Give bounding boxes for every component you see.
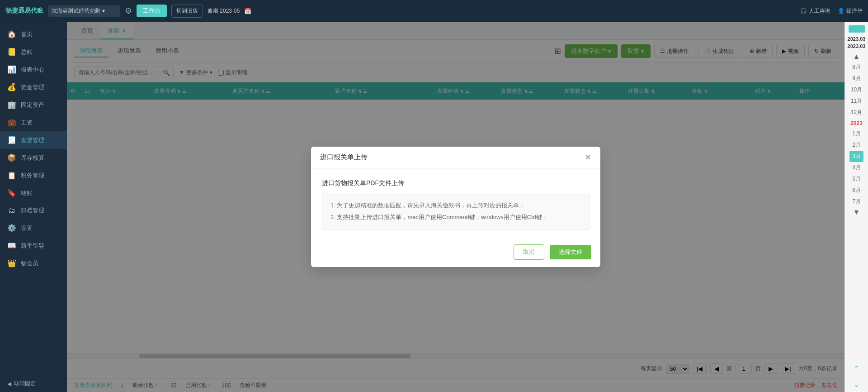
- pin-icon: ◀: [7, 381, 11, 387]
- modal-footer: 取消 选择文件: [311, 237, 600, 267]
- sidebar-item-tax[interactable]: 📋 税务管理: [0, 167, 67, 184]
- month-4[interactable]: 4月: [849, 162, 863, 173]
- import-customs-modal: 进口报关单上传 ✕ 进口货物报关单PDF文件上传 1. 为了更加精准的数据匹配，…: [311, 147, 600, 267]
- period-header-2: 2023.03: [847, 43, 867, 50]
- month-10[interactable]: 10月: [848, 84, 865, 96]
- company-selector[interactable]: 沈海英测试经营勿删 ▾: [48, 5, 120, 17]
- user-avatar[interactable]: 👤 徐泽华: [838, 7, 863, 15]
- sidebar-label-settings: 设置: [21, 224, 33, 232]
- month-1[interactable]: 1月: [849, 128, 863, 139]
- modal-section-title: 进口货物报关单PDF文件上传: [322, 179, 590, 187]
- sidebar-label-reports: 报表中心: [21, 66, 44, 74]
- assets-icon: 🏢: [7, 100, 16, 109]
- expand-right-panel[interactable]: ⌄: [850, 377, 863, 392]
- sidebar-item-home[interactable]: 🏠 首页: [0, 25, 67, 43]
- sidebar-item-ledger[interactable]: 📒 总账: [0, 43, 67, 61]
- reports-icon: 📊: [7, 65, 16, 74]
- support-label: 人工咨询: [809, 7, 830, 15]
- modal-title: 进口报关单上传: [320, 153, 368, 162]
- workspace-button[interactable]: 工作台: [137, 5, 167, 17]
- archive-icon: 🗂: [7, 206, 16, 215]
- sidebar-item-assets[interactable]: 🏢 固定资产: [0, 96, 67, 114]
- period-display: 账期 2023-05: [208, 7, 240, 15]
- sidebar-label-home: 首页: [21, 30, 33, 38]
- month-3[interactable]: 3月: [849, 151, 863, 162]
- collapse-right-panel[interactable]: ⌃: [850, 361, 863, 377]
- avatar-icon: 👤: [838, 8, 844, 14]
- inventory-icon: 📦: [7, 153, 16, 162]
- support-icon: 🎧: [800, 8, 807, 14]
- month-12[interactable]: 12月: [848, 107, 865, 118]
- sidebar-item-guide[interactable]: 📖 新手引导: [0, 237, 67, 254]
- sidebar-item-invoice[interactable]: 🧾 发票管理: [0, 131, 67, 149]
- month-6[interactable]: 6月: [849, 185, 863, 196]
- open-date-toggle[interactable]: 开票日期: [849, 25, 865, 33]
- sidebar-label-funds: 资金管理: [21, 83, 44, 91]
- switch-version-button[interactable]: 切到旧版: [171, 5, 203, 18]
- sidebar-label-archive: 归档管理: [21, 206, 44, 215]
- period-up-arrow[interactable]: ▲: [852, 52, 861, 62]
- sidebar-label-ledger: 总账: [21, 48, 33, 56]
- support-button[interactable]: 🎧 人工咨询: [800, 7, 830, 15]
- month-11[interactable]: 11月: [848, 96, 865, 107]
- sidebar-label-invoice: 发票管理: [21, 136, 44, 144]
- sidebar-item-settings[interactable]: ⚙️ 设置: [0, 219, 67, 237]
- month-2[interactable]: 2月: [849, 139, 863, 151]
- period-down-arrow[interactable]: ▼: [852, 207, 861, 217]
- year-2023: 2023: [848, 118, 865, 128]
- sidebar-item-funds[interactable]: 💰 资金管理: [0, 78, 67, 96]
- cancel-fixed-label: 取消固定: [14, 380, 36, 387]
- sidebar: 🏠 首页 📒 总账 📊 报表中心 💰 资金管理 🏢 固定资产 💼 工资: [0, 22, 67, 392]
- user-name: 徐泽华: [846, 7, 863, 15]
- settings-icon: ⚙️: [7, 224, 16, 232]
- top-right-actions: 🎧 人工咨询 👤 徐泽华: [800, 7, 863, 15]
- month-5[interactable]: 5月: [849, 173, 863, 185]
- sidebar-label-assets: 固定资产: [21, 101, 44, 109]
- checkout-icon: 🔖: [7, 189, 16, 197]
- modal-body: 进口货物报关单PDF文件上传 1. 为了更加精准的数据匹配，请先录入海关缴款书，…: [311, 168, 600, 237]
- funds-icon: 💰: [7, 83, 16, 91]
- salary-icon: 💼: [7, 118, 16, 127]
- period-header-1: 2023.03: [847, 35, 867, 43]
- company-dropdown-icon: ▾: [102, 8, 105, 14]
- home-icon: 🏠: [7, 30, 16, 38]
- modal-cancel-button[interactable]: 取消: [514, 244, 544, 260]
- app-logo: 畅捷通易代账: [5, 7, 43, 15]
- sidebar-label-tax: 税务管理: [21, 172, 44, 180]
- guide-icon: 📖: [7, 241, 16, 250]
- modal-header: 进口报关单上传 ✕: [311, 147, 600, 168]
- right-panel: 开票日期 2023.03 2023.03 ▲ 8月 9月 10月 11月 12月…: [844, 22, 868, 392]
- month-9[interactable]: 9月: [849, 73, 863, 84]
- top-bar: 畅捷通易代账 沈海英测试经营勿删 ▾ ⚙ 工作台 切到旧版 账期 2023-05…: [0, 0, 868, 22]
- ledger-icon: 📒: [7, 48, 16, 56]
- sidebar-item-checkout[interactable]: 🔖 结账: [0, 184, 67, 202]
- sidebar-item-salary[interactable]: 💼 工资: [0, 114, 67, 131]
- member-icon: 👑: [7, 259, 16, 268]
- content-area: 首页 发票 ✕ 销项发票 进项发票 费用小票 ⊞ 税务数字账户 ▾: [67, 22, 844, 392]
- sidebar-cancel-fixed[interactable]: ◀ 取消固定: [0, 375, 67, 392]
- tax-icon: 📋: [7, 171, 16, 180]
- sidebar-item-reports[interactable]: 📊 报表中心: [0, 61, 67, 78]
- sidebar-item-member[interactable]: 👑 畅会员: [0, 254, 67, 272]
- modal-select-file-button[interactable]: 选择文件: [550, 245, 591, 259]
- sidebar-label-salary: 工资: [21, 119, 33, 127]
- sidebar-item-archive[interactable]: 🗂 归档管理: [0, 202, 67, 219]
- sidebar-label-guide: 新手引导: [21, 242, 44, 250]
- sidebar-label-member: 畅会员: [21, 259, 38, 268]
- sidebar-label-checkout: 结账: [21, 189, 33, 197]
- modal-info-box: 1. 为了更加精准的数据匹配，请先录入海关缴款书，再上传对应的报关单； 2. 支…: [322, 193, 590, 230]
- sidebar-label-inventory: 库存核算: [21, 154, 44, 162]
- company-name: 沈海英测试经营勿删: [52, 7, 100, 15]
- modal-info-item-1: 1. 为了更加精准的数据匹配，请先录入海关缴款书，再上传对应的报关单；: [330, 200, 581, 211]
- sidebar-item-inventory[interactable]: 📦 库存核算: [0, 149, 67, 167]
- modal-info-item-2: 2. 支持批量上传进口报关单，mac用户使用Command键，windows用户…: [330, 211, 581, 223]
- company-settings-icon[interactable]: ⚙: [125, 6, 132, 16]
- month-7[interactable]: 7月: [849, 196, 863, 207]
- modal-close-button[interactable]: ✕: [585, 153, 591, 162]
- invoice-icon: 🧾: [7, 136, 16, 144]
- month-8[interactable]: 8月: [849, 62, 863, 73]
- period-calendar-icon[interactable]: 📅: [244, 8, 251, 14]
- modal-overlay[interactable]: 进口报关单上传 ✕ 进口货物报关单PDF文件上传 1. 为了更加精准的数据匹配，…: [67, 22, 844, 392]
